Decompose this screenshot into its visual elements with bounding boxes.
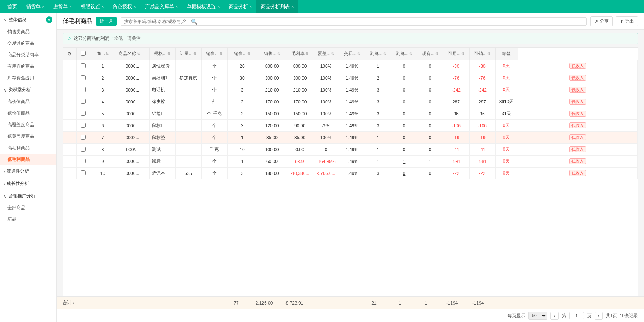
close-icon[interactable]: ×: [134, 4, 136, 9]
th-settings[interactable]: ⚙: [63, 48, 76, 60]
cell-name[interactable]: 电话机: [149, 84, 175, 96]
sidebar-group-overall[interactable]: ∨ 整体信息 «: [0, 13, 56, 26]
cell-check[interactable]: [76, 168, 90, 179]
sidebar-group-circulation[interactable]: › 流通性分析: [0, 165, 56, 178]
share-button[interactable]: ↗ 分享: [590, 16, 613, 26]
th-browse1[interactable]: 浏览...⇅: [365, 48, 391, 60]
nav-item-sales-order[interactable]: 销货单 ×: [22, 0, 49, 13]
cell-check[interactable]: [76, 84, 90, 96]
row-checkbox[interactable]: [81, 87, 86, 92]
close-icon[interactable]: ×: [102, 4, 104, 9]
cell-browse1[interactable]: 0: [391, 120, 417, 132]
cell-name[interactable]: 测试: [149, 144, 175, 156]
nav-item-product-analysis-list[interactable]: 商品分析列表 ×: [256, 0, 298, 13]
sidebar-group-cluster[interactable]: ∨ 类群堂分析: [0, 84, 56, 96]
th-spec[interactable]: 规格...⇅: [149, 48, 175, 60]
sidebar-item-category-sales-rate[interactable]: 商品分类助销率: [0, 49, 56, 61]
nav-item-home[interactable]: 首页: [3, 0, 22, 13]
row-checkbox[interactable]: [81, 147, 86, 152]
cell-code[interactable]: 0000...: [116, 96, 149, 108]
sidebar-item-high-value[interactable]: 高价值商品: [0, 96, 56, 108]
export-button[interactable]: ⬆ 导出: [616, 16, 638, 26]
search-input[interactable]: [124, 19, 191, 24]
cell-check[interactable]: [76, 108, 90, 120]
cell-browse1[interactable]: 0: [391, 144, 417, 156]
row-checkbox[interactable]: [81, 111, 86, 116]
th-available-stock[interactable]: 可用...⇅: [443, 48, 469, 60]
sidebar-group-marketing[interactable]: ∨ 营销推广分析: [0, 190, 56, 202]
sidebar-item-traded-products[interactable]: 交易过的商品: [0, 38, 56, 49]
page-number-input[interactable]: [569, 312, 584, 319]
th-saleable-days[interactable]: 可销...⇅: [469, 48, 495, 60]
close-icon[interactable]: ×: [291, 4, 294, 9]
th-tag[interactable]: 标签: [495, 48, 518, 60]
cell-name[interactable]: 鼠标垫: [149, 132, 175, 144]
cell-code[interactable]: 0000...: [116, 60, 149, 72]
cell-code[interactable]: 0000...: [116, 156, 149, 168]
prev-page-button[interactable]: ‹: [550, 312, 558, 320]
nav-item-product-entry[interactable]: 产成品入库单 ×: [141, 0, 182, 13]
cell-code[interactable]: 0002...: [116, 132, 149, 144]
th-gross-rate[interactable]: 毛利率⇅: [287, 48, 313, 60]
sidebar-group-growth[interactable]: › 成长性分析: [0, 178, 56, 190]
th-trade[interactable]: 交易...⇅: [339, 48, 365, 60]
th-sales-amount[interactable]: 销售...⇅: [227, 48, 257, 60]
close-icon[interactable]: ×: [250, 4, 252, 9]
row-checkbox[interactable]: [81, 170, 86, 175]
cell-code[interactable]: 0000...: [116, 120, 149, 132]
th-name[interactable]: 商品名称⇅: [116, 48, 149, 60]
cell-browse1[interactable]: 0: [391, 132, 417, 144]
th-current-stock[interactable]: 现有...⇅: [417, 48, 443, 60]
close-icon[interactable]: ×: [176, 4, 178, 9]
cell-name[interactable]: 属性定价: [149, 60, 175, 72]
cell-check[interactable]: [76, 156, 90, 168]
th-cover-rate[interactable]: 覆盖...⇅: [313, 48, 339, 60]
nav-item-purchase-order[interactable]: 进货单 ×: [49, 0, 76, 13]
filter-button[interactable]: 近一月: [96, 17, 117, 26]
search-icon[interactable]: 🔍: [191, 19, 197, 25]
sidebar-item-new-products[interactable]: 新品: [0, 214, 56, 225]
th-check[interactable]: [76, 48, 90, 60]
row-checkbox[interactable]: [81, 63, 86, 68]
sidebar-item-low-margin[interactable]: 低毛利商品: [0, 154, 56, 165]
cell-name[interactable]: 吴细细1: [149, 72, 175, 84]
th-sales-profit[interactable]: 销售...⇅: [257, 48, 287, 60]
cell-name[interactable]: 鼠标1: [149, 120, 175, 132]
cell-code[interactable]: 0000...: [116, 108, 149, 120]
next-page-button[interactable]: ›: [595, 312, 603, 320]
th-code[interactable]: 商...⇅: [90, 48, 116, 60]
row-checkbox[interactable]: [81, 75, 86, 80]
nav-item-template-settings[interactable]: 单据模板设置 ×: [182, 0, 224, 13]
th-unit[interactable]: 计量...⇅: [175, 48, 201, 60]
cell-name[interactable]: 鼠标: [149, 156, 175, 168]
row-checkbox[interactable]: [81, 99, 86, 104]
nav-item-role-auth[interactable]: 角色授权 ×: [108, 0, 140, 13]
cell-code[interactable]: 000/...: [116, 144, 149, 156]
th-browse2[interactable]: 浏览...⇅: [391, 48, 417, 60]
cell-browse1[interactable]: 0: [391, 84, 417, 96]
row-checkbox[interactable]: [81, 159, 86, 163]
sidebar-item-low-coverage[interactable]: 低覆盖度商品: [0, 131, 56, 142]
cell-code[interactable]: 0000...: [116, 168, 149, 179]
nav-item-permissions[interactable]: 权限设置 ×: [76, 0, 108, 13]
collapse-button[interactable]: «: [46, 16, 52, 23]
sidebar-item-low-value[interactable]: 低价值商品: [0, 108, 56, 119]
cell-browse1[interactable]: 0: [391, 72, 417, 84]
cell-check[interactable]: [76, 132, 90, 144]
cell-browse1[interactable]: 1: [391, 156, 417, 168]
per-page-select[interactable]: 50 20 100: [528, 312, 547, 320]
row-checkbox[interactable]: [81, 135, 86, 140]
th-sales-num[interactable]: 销售...⇅: [201, 48, 227, 60]
cell-browse1[interactable]: 0: [391, 168, 417, 179]
row-checkbox[interactable]: [81, 123, 86, 128]
sidebar-item-stocked-products[interactable]: 有库存的商品: [0, 61, 56, 72]
cell-check[interactable]: [76, 72, 90, 84]
sidebar-item-high-margin[interactable]: 高毛利商品: [0, 142, 56, 154]
cell-name[interactable]: 橡皮擦: [149, 96, 175, 108]
close-icon[interactable]: ×: [42, 4, 44, 9]
cell-check[interactable]: [76, 96, 90, 108]
cell-browse1[interactable]: 0: [391, 96, 417, 108]
cell-code[interactable]: 0000...: [116, 84, 149, 96]
cell-code[interactable]: 0000...: [116, 72, 149, 84]
close-icon[interactable]: ×: [217, 4, 220, 9]
